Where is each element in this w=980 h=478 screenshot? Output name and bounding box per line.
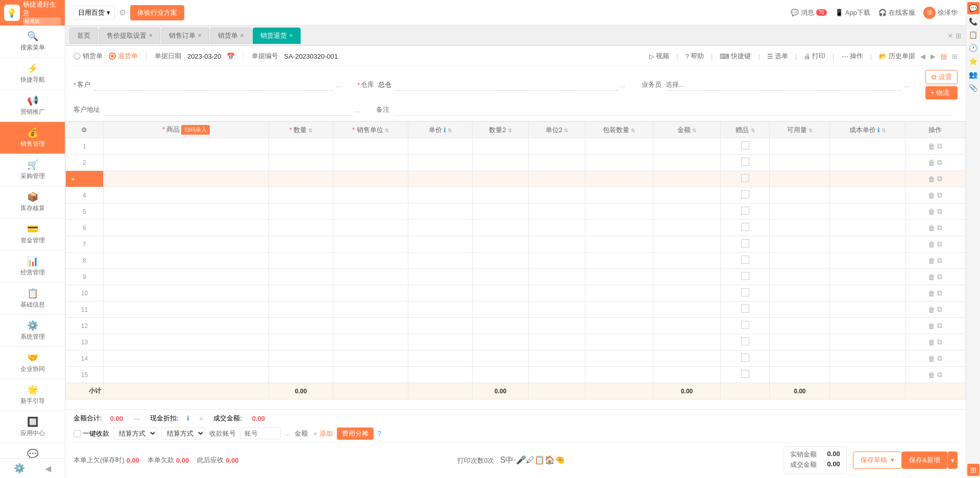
- warehouse-select-icon[interactable]: ...: [620, 81, 625, 89]
- gift-cell[interactable]: [721, 253, 770, 269]
- unit2-cell[interactable]: [529, 187, 585, 204]
- available-cell[interactable]: [770, 138, 830, 155]
- quantity-cell[interactable]: [269, 301, 333, 318]
- product-cell[interactable]: [103, 367, 269, 383]
- save-new-btn[interactable]: 保存&新增: [902, 451, 947, 469]
- price-cell[interactable]: [408, 285, 472, 301]
- quantity-cell[interactable]: [269, 334, 333, 350]
- sidebar-item-sales[interactable]: 💰 销售管理: [0, 122, 65, 154]
- delete-row-icon[interactable]: 🗑: [928, 175, 935, 183]
- sale-unit-cell[interactable]: [333, 236, 408, 253]
- sort-qty-icon[interactable]: ⇅: [308, 128, 312, 133]
- qty2-cell[interactable]: [472, 318, 529, 334]
- tab-close-all-icon[interactable]: ✕: [947, 32, 953, 40]
- address-input[interactable]: [104, 104, 352, 116]
- gift-checkbox[interactable]: [741, 223, 749, 231]
- help-btn[interactable]: ? 帮助: [685, 52, 704, 61]
- radio-return[interactable]: 退货单: [109, 52, 138, 61]
- topbar-settings-icon[interactable]: ⚙: [119, 8, 126, 17]
- delete-row-icon[interactable]: 🗑: [928, 191, 935, 199]
- delete-row-icon[interactable]: 🗑: [928, 159, 935, 167]
- qty2-cell[interactable]: [472, 301, 529, 318]
- quantity-cell[interactable]: [269, 187, 333, 204]
- gift-checkbox[interactable]: [741, 190, 749, 198]
- sort-avail-icon[interactable]: ⇅: [808, 128, 813, 133]
- qty2-cell[interactable]: [472, 285, 529, 301]
- unit2-cell[interactable]: [529, 350, 585, 367]
- sale-unit-cell[interactable]: [333, 334, 408, 350]
- delete-row-icon[interactable]: 🗑: [928, 289, 935, 297]
- amount-cell[interactable]: [653, 318, 721, 334]
- sort-cost-icon[interactable]: ⇅: [881, 128, 886, 133]
- qty2-cell[interactable]: [472, 138, 529, 155]
- settings-col-icon[interactable]: ⚙: [81, 126, 87, 134]
- available-cell[interactable]: [770, 155, 830, 171]
- fee-info-icon[interactable]: ?: [378, 430, 381, 437]
- right-panel-messages[interactable]: 💬: [967, 2, 979, 14]
- copy-row-icon[interactable]: ⧉: [937, 338, 942, 346]
- sale-unit-cell[interactable]: [333, 318, 408, 334]
- sale-unit-cell[interactable]: [333, 138, 408, 155]
- qty2-cell[interactable]: [472, 236, 529, 253]
- sidebar-settings-icon[interactable]: ⚙️: [14, 463, 25, 474]
- gift-cell[interactable]: [721, 301, 770, 318]
- app-download-btn[interactable]: 📱 App下载: [835, 8, 870, 17]
- add-fee-btn[interactable]: ＋ 添加: [312, 429, 333, 438]
- operation-btn[interactable]: ⋯ 操作: [842, 52, 863, 61]
- gift-checkbox[interactable]: [741, 305, 749, 313]
- gift-checkbox[interactable]: [741, 337, 749, 345]
- sidebar-item-wechat[interactable]: 💬 企业微信: [0, 443, 65, 458]
- price-cell[interactable]: [408, 253, 472, 269]
- copy-row-icon[interactable]: ⧉: [937, 354, 942, 363]
- gift-cell[interactable]: [721, 285, 770, 301]
- product-cell[interactable]: [103, 350, 269, 367]
- product-cell[interactable]: [103, 155, 269, 171]
- amount-cell[interactable]: [653, 367, 721, 383]
- gift-checkbox[interactable]: [741, 158, 749, 166]
- available-cell[interactable]: [770, 285, 830, 301]
- gift-cell[interactable]: [721, 187, 770, 204]
- product-cell[interactable]: [103, 187, 269, 204]
- delete-row-icon[interactable]: 🗑: [928, 142, 935, 150]
- industry-select[interactable]: 日用百货 ▾: [74, 6, 115, 20]
- calendar-icon[interactable]: 📅: [227, 53, 235, 60]
- gift-cell[interactable]: [721, 220, 770, 236]
- delete-row-icon[interactable]: 🗑: [928, 224, 935, 232]
- one-click-pay-checkbox[interactable]: 一键收款: [74, 429, 109, 438]
- sidebar-item-apps[interactable]: 🔲 应用中心: [0, 411, 65, 443]
- delete-row-icon[interactable]: 🗑: [928, 322, 935, 330]
- product-cell[interactable]: [103, 220, 269, 236]
- unit2-cell[interactable]: [529, 155, 585, 171]
- gift-cell[interactable]: [721, 269, 770, 285]
- unit2-cell[interactable]: [529, 269, 585, 285]
- sort-price-icon[interactable]: ⇅: [448, 128, 452, 133]
- qty2-cell[interactable]: [472, 269, 529, 285]
- pack-qty-cell[interactable]: [585, 301, 653, 318]
- price-cell[interactable]: [408, 236, 472, 253]
- price-cell[interactable]: [408, 187, 472, 204]
- delete-row-icon[interactable]: 🗑: [928, 240, 935, 248]
- price-cell[interactable]: [408, 155, 472, 171]
- product-cell[interactable]: [103, 204, 269, 220]
- tab-close-icon[interactable]: ✕: [289, 33, 293, 38]
- delete-row-icon[interactable]: 🗑: [928, 371, 935, 379]
- tab-sale-delivery[interactable]: 销货单 ✕: [210, 28, 252, 44]
- pack-qty-cell[interactable]: [585, 155, 653, 171]
- price-cell[interactable]: [408, 350, 472, 367]
- right-panel-task[interactable]: 📋: [967, 29, 979, 41]
- available-cell[interactable]: [770, 253, 830, 269]
- price-info-icon[interactable]: ℹ: [444, 127, 446, 134]
- price-cell[interactable]: [408, 301, 472, 318]
- price-cell[interactable]: [408, 367, 472, 383]
- sidebar-item-shortcut[interactable]: ⚡ 快捷导航: [0, 58, 65, 90]
- price-cell[interactable]: [408, 269, 472, 285]
- sale-unit-cell[interactable]: [333, 204, 408, 220]
- unit2-cell[interactable]: [529, 236, 585, 253]
- product-cell[interactable]: [103, 253, 269, 269]
- prev-doc-icon[interactable]: ◀: [920, 53, 925, 60]
- sale-unit-cell[interactable]: [333, 350, 408, 367]
- sort-unit2-icon[interactable]: ⇅: [564, 128, 568, 133]
- table-view-btn[interactable]: ▤: [941, 53, 947, 60]
- pack-qty-cell[interactable]: [585, 236, 653, 253]
- product-cell[interactable]: [103, 269, 269, 285]
